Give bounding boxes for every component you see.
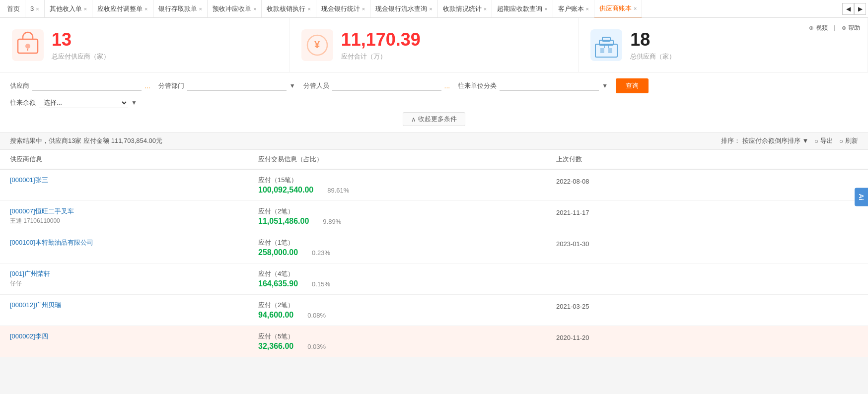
dept-filter-input[interactable] — [187, 81, 287, 91]
nav-close-icon[interactable]: × — [544, 6, 547, 12]
nav-receipt-stats[interactable]: 收款情况统计 × — [438, 0, 492, 18]
table-row: [000002]李四 应付（5笔） 32,366.00 0.03% 2020-1… — [0, 326, 868, 357]
sort-icon[interactable]: ▼ — [802, 137, 808, 144]
svg-text:¥: ¥ — [314, 39, 320, 50]
refresh-button[interactable]: ○ 刷新 — [839, 136, 858, 145]
filter-category: 往来单位分类 ▼ — [458, 81, 608, 91]
sort-value[interactable]: 按应付余额倒序排序 — [742, 137, 800, 144]
tx-label-4: 应付（2笔） — [258, 301, 556, 310]
balance-filter-select[interactable]: 选择... — [39, 97, 128, 108]
collapse-icon: ∧ — [411, 116, 416, 123]
cell-transaction-5: 应付（5笔） 32,366.00 0.03% — [258, 332, 556, 351]
nav-customer-ledger[interactable]: 客户账本 × — [553, 0, 594, 18]
result-summary: 搜索结果中，供应商13家 应付金额 111,703,854.00元 — [10, 136, 162, 145]
nav-prev-icon[interactable]: ◀ — [842, 3, 854, 15]
col-header-supplier: 供应商信息 — [10, 155, 258, 164]
svg-point-2 — [25, 44, 30, 49]
category-dropdown-icon[interactable]: ▼ — [602, 82, 608, 89]
supplier-link-5[interactable]: [000002]李四 — [10, 332, 48, 340]
nav-bank-deposit[interactable]: 银行存取款单 × — [153, 0, 208, 18]
query-button[interactable]: 查询 — [616, 78, 649, 93]
nav-close-icon[interactable]: × — [253, 6, 256, 12]
tx-label-1: 应付（2笔） — [258, 207, 556, 216]
nav-overdue-ar[interactable]: 超期应收款查询 × — [492, 0, 553, 18]
cell-last-pay-3 — [556, 269, 858, 271]
cell-transaction-2: 应付（1笔） 258,000.00 0.23% — [258, 238, 556, 257]
payable-suppliers-label: 总应付供应商（家） — [52, 52, 110, 61]
result-bar: 搜索结果中，供应商13家 应付金额 111,703,854.00元 排序： 按应… — [0, 132, 868, 150]
help-link[interactable]: ⊙ 帮助 — [842, 24, 860, 32]
nav-close-icon[interactable]: × — [199, 6, 202, 12]
collapse-button[interactable]: ∧ 收起更多条件 — [403, 112, 465, 126]
tx-amount-1[interactable]: 11,051,486.00 — [258, 217, 309, 226]
cell-supplier-1: [000007]恒旺二手叉车 王通 17106110000 — [10, 207, 258, 225]
nav-supplier-ledger[interactable]: 供应商账本 × — [594, 0, 642, 18]
tx-amount-4[interactable]: 94,600.00 — [258, 311, 293, 320]
balance-dropdown-icon[interactable]: ▼ — [131, 99, 137, 106]
supplier-link-1[interactable]: [000007]恒旺二手叉车 — [10, 207, 74, 215]
nav-close-icon[interactable]: × — [307, 6, 310, 12]
cell-last-pay-5: 2020-11-20 — [556, 332, 858, 341]
nav-cash-flow[interactable]: 现金银行流水查询 × — [370, 0, 437, 18]
nav-close-icon[interactable]: × — [145, 6, 147, 12]
tx-amount-0[interactable]: 100,092,540.00 — [258, 186, 313, 195]
payable-total-label: 应付合计（万） — [341, 52, 421, 61]
nav-next-icon[interactable]: ▶ — [854, 3, 866, 15]
filter-dept: 分管部门 ▼ — [158, 81, 295, 91]
svg-rect-12 — [608, 48, 612, 53]
person-filter-input[interactable] — [332, 81, 441, 91]
category-filter-input[interactable] — [500, 81, 599, 91]
supplier-filter-input[interactable] — [32, 81, 142, 91]
supplier-link-4[interactable]: [000012]广州贝瑞 — [10, 301, 61, 309]
cell-last-pay-1: 2021-11-17 — [556, 207, 858, 216]
nav-close-icon[interactable]: × — [36, 6, 39, 12]
tx-amount-2[interactable]: 258,000.00 — [258, 248, 298, 257]
payable-total-amount: 11,170.39 — [341, 29, 421, 50]
filter-row-1: 供应商 ... 分管部门 ▼ 分管人员 ... 往来单位分类 ▼ 查询 — [10, 78, 858, 93]
nav-home[interactable]: 首页 — [2, 0, 25, 18]
balance-filter-label: 往来余额 — [10, 98, 36, 107]
person-ellipsis-icon[interactable]: ... — [444, 82, 450, 90]
table-row: [000012]广州贝瑞 应付（2笔） 94,600.00 0.08% 2021… — [0, 295, 868, 326]
tx-percent-3: 0.15% — [312, 280, 330, 288]
dept-dropdown-icon[interactable]: ▼ — [289, 82, 295, 89]
nav-other-income[interactable]: 其他收入单 × — [45, 0, 92, 18]
supplier-link-0[interactable]: [000001]张三 — [10, 176, 48, 184]
stats-bar: 13 总应付供应商（家） ¥ 11,170.39 应付合计（万） — [0, 18, 868, 72]
supplier-ellipsis-icon[interactable]: ... — [145, 82, 150, 90]
supplier-filter-label: 供应商 — [10, 81, 29, 90]
tx-percent-1: 9.89% — [323, 218, 341, 225]
filter-person: 分管人员 ... — [303, 81, 450, 91]
cell-supplier-2: [000100]本特勤油品有限公司 — [10, 238, 258, 247]
supplier-link-3[interactable]: [001]广州荣轩 — [10, 270, 50, 277]
dept-filter-label: 分管部门 — [158, 81, 184, 90]
cell-transaction-1: 应付（2笔） 11,051,486.00 9.89% — [258, 207, 556, 226]
export-button[interactable]: ○ 导出 — [814, 136, 833, 145]
total-suppliers-count: 18 — [630, 29, 675, 50]
table-row: [000007]恒旺二手叉车 王通 17106110000 应付（2笔） 11,… — [0, 201, 868, 232]
table-row: [000100]本特勤油品有限公司 应付（1笔） 258,000.00 0.23… — [0, 232, 868, 263]
nav-ar-ap-adjust[interactable]: 应收应付调整单 × — [92, 0, 153, 18]
nav-cash-stats[interactable]: 现金银行统计 × — [316, 0, 370, 18]
cell-transaction-0: 应付（15笔） 100,092,540.00 89.61% — [258, 176, 556, 195]
table-row: [000001]张三 应付（15笔） 100,092,540.00 89.61%… — [0, 170, 868, 201]
nav-close-icon[interactable]: × — [84, 6, 87, 12]
table-header: 供应商信息 应付交易信息（占比） 上次付数 — [0, 150, 868, 170]
ai-badge[interactable]: Ai — [855, 188, 868, 206]
cell-transaction-4: 应付（2笔） 94,600.00 0.08% — [258, 301, 556, 320]
nav-close-icon[interactable]: × — [586, 6, 589, 12]
supplier-link-2[interactable]: [000100]本特勤油品有限公司 — [10, 239, 93, 246]
supplier-payable-icon — [12, 29, 44, 61]
nav-close-icon[interactable]: × — [429, 6, 432, 12]
nav-close-icon[interactable]: × — [362, 6, 365, 12]
nav-close-icon[interactable]: × — [484, 6, 487, 12]
tx-amount-5[interactable]: 32,366.00 — [258, 342, 293, 351]
tx-amount-3[interactable]: 164,635.90 — [258, 279, 298, 288]
nav-close-icon[interactable]: × — [634, 5, 637, 11]
nav-prepay-offset[interactable]: 预收冲应收单 × — [208, 0, 262, 18]
tx-label-0: 应付（15笔） — [258, 176, 556, 185]
nav-tab-3[interactable]: 3 × — [25, 0, 45, 18]
video-link[interactable]: ⊙ 视频 — [809, 24, 827, 32]
nav-receipt-verify[interactable]: 收款核销执行 × — [262, 0, 316, 18]
cell-supplier-0: [000001]张三 — [10, 176, 258, 185]
